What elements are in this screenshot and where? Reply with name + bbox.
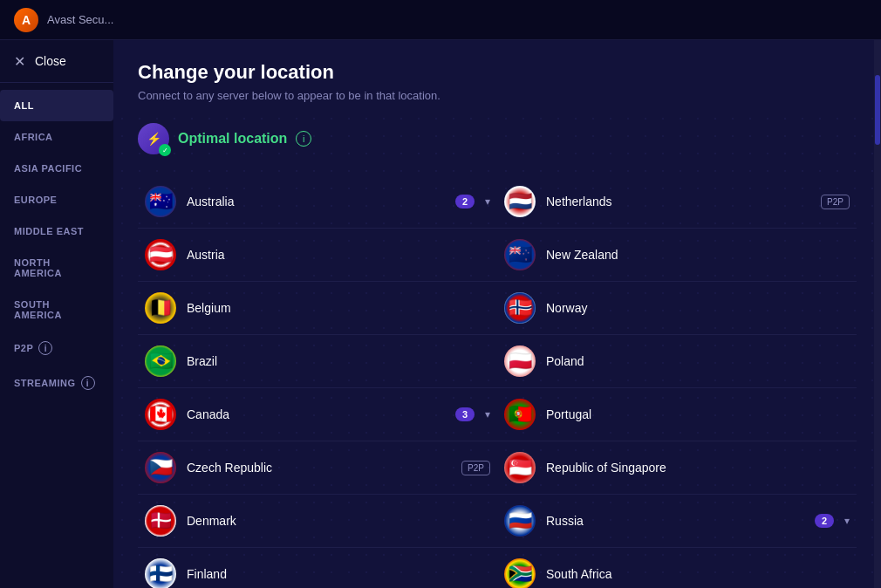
country-name-new-zealand: New Zealand: [546, 248, 850, 262]
country-item-austria[interactable]: 🇦🇹 Austria: [138, 229, 497, 282]
flag-czech-republic: 🇨🇿: [145, 452, 176, 483]
app-name: Avast Secu...: [47, 13, 113, 26]
sidebar-nav: ALL AFRICA ASIA PACIFIC EUROPE MIDDLE EA…: [0, 83, 113, 400]
server-count-canada: 3: [455, 407, 475, 421]
sidebar-item-south-america[interactable]: SOUTH AMERICA: [0, 289, 113, 331]
country-name-brazil: Brazil: [187, 354, 490, 368]
flag-belgium: 🇧🇪: [145, 292, 176, 324]
country-item-portugal[interactable]: 🇵🇹 Portugal: [497, 388, 857, 441]
flag-austria: 🇦🇹: [145, 239, 176, 270]
country-item-belgium[interactable]: 🇧🇪 Belgium: [138, 282, 497, 335]
flag-portugal: 🇵🇹: [504, 399, 536, 430]
flag-australia: 🇦🇺: [145, 186, 176, 217]
country-item-brazil[interactable]: 🇧🇷 Brazil: [138, 335, 497, 388]
flag-finland: 🇫🇮: [145, 558, 176, 588]
page-subtitle: Connect to any server below to appear to…: [138, 89, 857, 102]
sidebar-item-middle-east[interactable]: MIDDLE EAST: [0, 215, 113, 247]
sidebar-item-all[interactable]: ALL: [0, 90, 113, 121]
streaming-info-icon[interactable]: i: [81, 376, 95, 390]
country-name-austria: Austria: [187, 248, 490, 262]
p2p-badge-netherlands: P2P: [821, 195, 850, 209]
flag-canada: 🇨🇦: [145, 399, 176, 430]
server-count-australia: 2: [455, 195, 475, 209]
country-item-singapore[interactable]: 🇸🇬 Republic of Singapore: [497, 441, 857, 495]
page-title: Change your location: [138, 61, 857, 84]
country-name-norway: Norway: [546, 301, 850, 315]
flag-denmark: 🇩🇰: [145, 505, 176, 537]
flag-norway: 🇳🇴: [504, 292, 536, 324]
flag-netherlands: 🇳🇱: [504, 186, 536, 217]
expand-icon-canada[interactable]: ▾: [485, 408, 490, 420]
sidebar-item-north-america[interactable]: NORTH AMERICA: [0, 247, 113, 289]
server-count-russia: 2: [815, 514, 834, 528]
country-name-denmark: Denmark: [187, 514, 490, 528]
flag-singapore: 🇸🇬: [504, 452, 536, 483]
country-name-poland: Poland: [546, 354, 850, 368]
country-name-australia: Australia: [187, 195, 445, 209]
country-item-netherlands[interactable]: 🇳🇱 Netherlands P2P: [497, 175, 857, 229]
country-item-denmark[interactable]: 🇩🇰 Denmark: [138, 495, 497, 548]
flag-russia: 🇷🇺: [504, 505, 536, 537]
sidebar-item-europe[interactable]: EUROPE: [0, 184, 113, 215]
country-name-belgium: Belgium: [187, 301, 490, 315]
country-name-portugal: Portugal: [546, 407, 850, 421]
flag-brazil: 🇧🇷: [145, 345, 176, 377]
country-item-south-africa[interactable]: 🇿🇦 South Africa: [497, 548, 857, 588]
optimal-badge: ✓: [159, 144, 171, 156]
country-item-finland[interactable]: 🇫🇮 Finland: [138, 548, 497, 588]
country-grid: 🇦🇺 Australia 2 ▾ 🇳🇱 Netherlands P2P 🇦🇹 A…: [138, 175, 857, 588]
optimal-label: Optimal location: [178, 131, 287, 147]
p2p-info-icon[interactable]: i: [38, 341, 52, 355]
close-button[interactable]: ✕: [10, 52, 28, 70]
content-area: Change your location Connect to any serv…: [113, 40, 881, 588]
sidebar-item-asia-pacific[interactable]: ASIA PACIFIC: [0, 153, 113, 184]
country-name-canada: Canada: [187, 407, 445, 421]
scrollbar-thumb[interactable]: [875, 75, 880, 145]
flag-poland: 🇵🇱: [504, 345, 536, 377]
country-name-netherlands: Netherlands: [546, 195, 810, 209]
country-name-czech-republic: Czech Republic: [187, 461, 451, 475]
country-name-singapore: Republic of Singapore: [546, 461, 850, 475]
expand-icon-australia[interactable]: ▾: [485, 195, 490, 208]
country-name-finland: Finland: [187, 567, 490, 581]
left-panel: ✕ Close ALL AFRICA ASIA PACIFIC EUROPE M: [0, 40, 113, 588]
p2p-badge-czech-republic: P2P: [461, 461, 490, 475]
flag-new-zealand: 🇳🇿: [504, 239, 536, 270]
optimal-icon: ✓: [138, 123, 169, 154]
sidebar-item-p2p[interactable]: P2P i: [0, 331, 113, 366]
sidebar-item-streaming[interactable]: STREAMING i: [0, 366, 113, 400]
country-item-canada[interactable]: 🇨🇦 Canada 3 ▾: [138, 388, 497, 441]
sidebar-item-africa[interactable]: AFRICA: [0, 121, 113, 153]
scrollbar-track[interactable]: [874, 40, 881, 588]
app-header: A Avast Secu...: [0, 0, 881, 40]
main-content: Change your location Connect to any serv…: [113, 40, 881, 588]
country-item-poland[interactable]: 🇵🇱 Poland: [497, 335, 857, 388]
optimal-info-icon[interactable]: i: [296, 131, 311, 147]
app-logo: A: [14, 8, 38, 32]
close-label: Close: [35, 54, 66, 68]
country-item-czech-republic[interactable]: 🇨🇿 Czech Republic P2P: [138, 441, 497, 495]
country-name-south-africa: South Africa: [546, 567, 850, 581]
flag-south-africa: 🇿🇦: [504, 558, 536, 588]
country-name-russia: Russia: [546, 514, 804, 528]
country-item-norway[interactable]: 🇳🇴 Norway: [497, 282, 857, 335]
country-item-australia[interactable]: 🇦🇺 Australia 2 ▾: [138, 175, 497, 229]
country-item-new-zealand[interactable]: 🇳🇿 New Zealand: [497, 229, 857, 282]
expand-icon-russia[interactable]: ▾: [844, 515, 850, 527]
country-item-russia[interactable]: 🇷🇺 Russia 2 ▾: [497, 495, 857, 548]
optimal-location-item[interactable]: ✓ Optimal location i: [138, 123, 857, 154]
